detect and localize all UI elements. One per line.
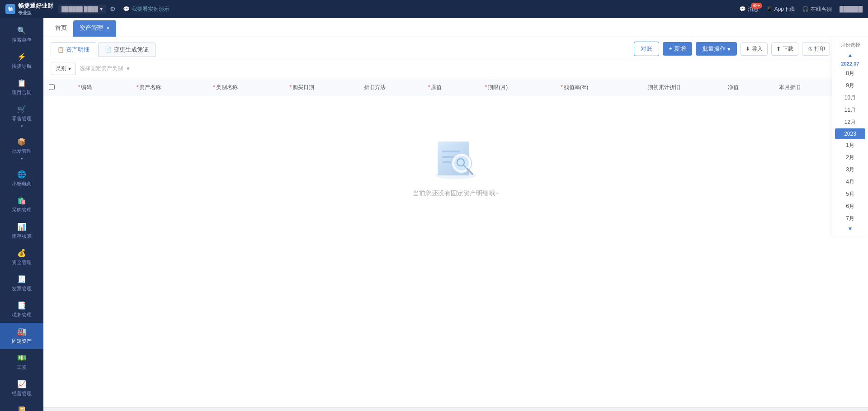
factory-icon: 🏭 [17, 327, 26, 336]
add-button[interactable]: + 新增 [663, 42, 692, 56]
arrow-icon: ▾ [21, 124, 23, 128]
user-info[interactable]: ██████ [840, 6, 863, 12]
col-code: *编码 [60, 79, 110, 96]
month-picker-panel: 月份选择 ▲ 2022.07 8月 9月 10月 11月 12月 2023 1月… [832, 37, 868, 236]
select-all-header[interactable] [43, 79, 60, 96]
sidebar-item-wholesale-mgmt[interactable]: 📦 批发管理 ▾ [0, 133, 43, 165]
month-item-2023-1[interactable]: 1月 [832, 139, 868, 151]
sidebar-item-general-ledger[interactable]: 📔 总账管理 [0, 402, 43, 411]
print-button[interactable]: 🖨 打印 [802, 43, 830, 56]
sub-tab-change-voucher[interactable]: 📄 变更生成凭证 [98, 43, 156, 57]
sidebar-item-quick-nav[interactable]: ⚡ 快捷导航 [0, 48, 43, 74]
download-button[interactable]: ⬆ 下载 [771, 43, 798, 56]
message-count-badge: 99+ [751, 3, 762, 9]
empty-illustration [426, 132, 485, 182]
tax-icon: 📑 [17, 301, 26, 310]
month-item-2023-6[interactable]: 6月 [832, 200, 868, 213]
month-item-2023-7[interactable]: 7月 [832, 213, 868, 225]
workspace-selector[interactable]: ██████ ████ ▾ [58, 5, 106, 14]
tab-asset-mgmt[interactable]: 资产管理 ✕ [73, 20, 116, 37]
sidebar-item-fixed-assets[interactable]: 🏭 固定资产 [0, 323, 43, 349]
tab-close-button[interactable]: ✕ [106, 25, 110, 31]
sidebar-item-purchase-mgmt[interactable]: 🛍️ 采购管理 [0, 192, 43, 218]
app-download-button[interactable]: 📱 App下载 [766, 5, 795, 13]
search-icon: 🔍 [17, 26, 26, 35]
box-icon: 📦 [17, 137, 26, 146]
inner-content: 📋 资产明细 📄 变更生成凭证 对账 + 新增 批量操作 ▾ ⬇ [43, 37, 868, 407]
chevron-down-icon: ▾ [727, 46, 731, 52]
month-list: 2022.07 8月 9月 10月 11月 12月 2023 1月 2月 3月 … [832, 59, 868, 225]
month-prev-button[interactable]: ▲ [847, 51, 854, 59]
filter-bar: 类别 ▾ 选择固定资产类别 ▾ [43, 58, 868, 79]
horizontal-scrollbar[interactable] [43, 407, 868, 411]
reconcile-button[interactable]: 对账 [634, 42, 659, 56]
main-layout: 🔍 搜索菜单 ⚡ 快捷导航 📋 项目合同 🛒 零售管理 ▾ 📦 批发管理 ▾ 🌐… [0, 18, 868, 411]
content-area: 首页 资产管理 ✕ 📋 资产明细 📄 变更生成凭证 [43, 18, 868, 411]
sidebar-item-fund-mgmt[interactable]: 💰 资金管理 [0, 244, 43, 270]
header-right-actions: 💬 消息 99+ 📱 App下载 🎧 在线客服 ██████ [739, 5, 863, 13]
month-item-12[interactable]: 12月 [832, 116, 868, 128]
top-header: 畅 畅捷通好业财 专业版 ██████ ████ ▾ ⚙ 💬 我要看实例演示 💬… [0, 0, 868, 18]
sidebar-item-ops-mgmt[interactable]: 📈 经营管理 [0, 375, 43, 402]
col-net-value: 净值 [712, 79, 755, 96]
sidebar-item-invoice-mgmt[interactable]: 🧾 发票管理 [0, 270, 43, 297]
import-icon: ⬇ [745, 46, 750, 52]
sidebar-item-retail-mgmt[interactable]: 🛒 零售管理 ▾ [0, 100, 43, 133]
assets-table: *编码 *资产名称 *类别名称 *购买日期 折旧方法 *原值 *期限(月) *残… [43, 79, 868, 234]
contract-icon: 📋 [17, 79, 26, 87]
settings-button[interactable]: ⚙ [110, 5, 116, 13]
app-logo: 畅 [5, 4, 15, 14]
arrow-icon: ▾ [21, 156, 23, 161]
ledger-icon: 📔 [17, 406, 26, 411]
workspace-name: ██████ ████ [61, 6, 98, 12]
chevron-down-icon: ▾ [68, 66, 71, 72]
month-item-2023-3[interactable]: 3月 [832, 164, 868, 176]
import-button[interactable]: ⬇ 导入 [741, 43, 768, 56]
month-item-11[interactable]: 11月 [832, 104, 868, 116]
sidebar-item-tax-mgmt[interactable]: 📑 税务管理 [0, 297, 43, 323]
sub-tab-bar: 📋 资产明细 📄 变更生成凭证 对账 + 新增 批量操作 ▾ ⬇ [43, 37, 868, 58]
filter-placeholder: 选择固定资产类别 [80, 65, 123, 72]
table-container: *编码 *资产名称 *类别名称 *购买日期 折旧方法 *原值 *期限(月) *残… [43, 79, 868, 407]
sub-tab-asset-detail[interactable]: 📋 资产明细 [51, 43, 96, 57]
sidebar: 🔍 搜索菜单 ⚡ 快捷导航 📋 项目合同 🛒 零售管理 ▾ 📦 批发管理 ▾ 🌐… [0, 18, 43, 411]
col-purchase-date: *购买日期 [264, 79, 340, 96]
demo-link[interactable]: 💬 我要看实例演示 [123, 5, 170, 13]
month-item-9[interactable]: 9月 [832, 80, 868, 92]
month-next-button[interactable]: ▼ [847, 225, 854, 233]
money-icon: 💰 [17, 249, 26, 257]
month-item-2023-4[interactable]: 4月 [832, 176, 868, 188]
empty-state: 当前您还没有固定资产明细哦~ [43, 96, 868, 234]
col-residual-rate: *残值率(%) [533, 79, 617, 96]
month-item-10[interactable]: 10月 [832, 92, 868, 104]
filter-dropdown-icon[interactable]: ▾ [127, 65, 130, 72]
globe-icon: 🌐 [17, 170, 26, 179]
sidebar-item-search-menu[interactable]: 🔍 搜索菜单 [0, 22, 43, 48]
shopping-icon: 🛍️ [17, 196, 26, 205]
online-service-button[interactable]: 🎧 在线客服 [802, 5, 832, 13]
select-all-checkbox[interactable] [49, 84, 55, 90]
month-item-2023-5[interactable]: 5月 [832, 188, 868, 200]
current-year-badge: 2023 [835, 128, 865, 139]
sidebar-item-project-contract[interactable]: 📋 项目合同 [0, 74, 43, 100]
category-filter[interactable]: 类别 ▾ [51, 62, 76, 75]
col-depreciation-method: 折旧方法 [340, 79, 410, 96]
month-item-8[interactable]: 8月 [832, 67, 868, 80]
print-icon: 🖨 [807, 46, 812, 52]
tab-home[interactable]: 首页 [49, 20, 73, 37]
chart-icon: 📊 [17, 222, 26, 231]
batch-operation-button[interactable]: 批量操作 ▾ [696, 42, 737, 56]
month-item-2023-2[interactable]: 2月 [832, 151, 868, 164]
sidebar-item-ecommerce[interactable]: 🌐 小畅电商 [0, 165, 43, 192]
sidebar-item-inventory[interactable]: 📊 库存核算 [0, 218, 43, 244]
sidebar-item-salary[interactable]: 💵 工资 [0, 349, 43, 375]
message-button[interactable]: 💬 消息 99+ [739, 5, 759, 13]
chevron-down-icon: ▾ [100, 6, 103, 12]
app-brand: 畅 畅捷通好业财 专业版 [5, 2, 53, 16]
lightning-icon: ⚡ [17, 52, 26, 61]
phone-icon: 📱 [766, 6, 773, 12]
col-asset-name: *资产名称 [110, 79, 187, 96]
headset-icon: 🎧 [802, 6, 809, 12]
app-name: 畅捷通好业财 [18, 2, 53, 10]
ops-icon: 📈 [17, 380, 26, 388]
